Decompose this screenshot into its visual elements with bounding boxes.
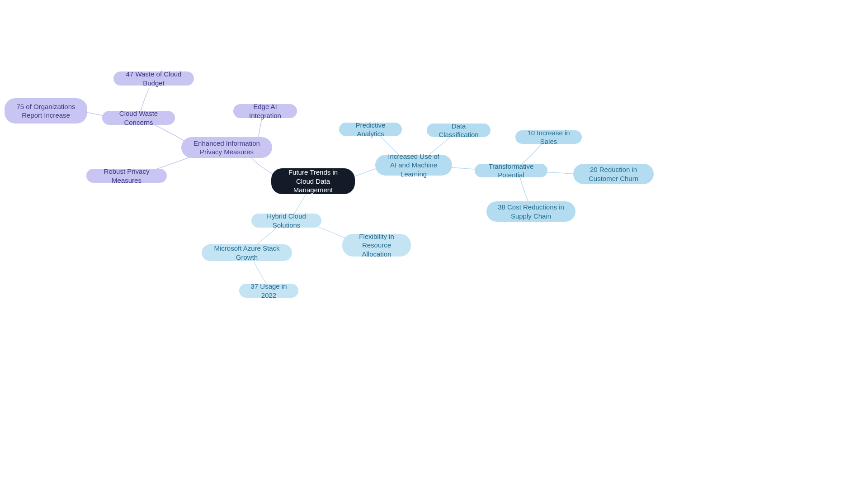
sales-label: 10 Increase in Sales (524, 128, 573, 146)
predictive-label: Predictive Analytics (348, 121, 393, 138)
privacy-node: Enhanced Information Privacy Measures (181, 137, 272, 158)
hybrid-node: Hybrid Cloud Solutions (251, 214, 321, 228)
supply-label: 38 Cost Reductions in Supply Chain (495, 203, 566, 220)
edge-ai-node: Edge AI Integration (233, 104, 297, 118)
budget-label: 47 Waste of Cloud Budget (123, 70, 185, 87)
flex-label: Flexibility in Resource Allocation (351, 232, 402, 259)
increase-label: 75 of Organizations Report Increase (14, 102, 78, 120)
root-label: Future Trends in Cloud Data Management (280, 168, 346, 195)
ai-node: Increased Use of AI and Machine Learning (375, 155, 452, 176)
sales-node: 10 Increase in Sales (515, 130, 582, 144)
waste-label: Cloud Waste Concerns (111, 109, 166, 127)
hybrid-label: Hybrid Cloud Solutions (260, 212, 312, 229)
root-node: Future Trends in Cloud Data Management (271, 168, 355, 194)
transformative-label: Transformative Potential (484, 162, 538, 180)
robust-label: Robust Privacy Measures (95, 167, 158, 185)
azure-node: Microsoft Azure Stack Growth (202, 244, 292, 261)
increase-node: 75 of Organizations Report Increase (5, 98, 87, 124)
classification-node: Data Classification (427, 124, 491, 137)
usage-node: 37 Usage in 2022 (239, 284, 298, 298)
predictive-node: Predictive Analytics (339, 123, 402, 136)
flex-node: Flexibility in Resource Allocation (342, 234, 411, 257)
classification-label: Data Classification (436, 122, 481, 139)
usage-label: 37 Usage in 2022 (248, 282, 289, 300)
waste-node: Cloud Waste Concerns (102, 111, 175, 125)
churn-node: 20 Reduction in Customer Churn (573, 164, 654, 184)
edge-ai-label: Edge AI Integration (242, 102, 288, 120)
ai-label: Increased Use of AI and Machine Learning (384, 152, 443, 179)
privacy-label: Enhanced Information Privacy Measures (190, 139, 263, 157)
transformative-node: Transformative Potential (475, 164, 547, 177)
azure-label: Microsoft Azure Stack Growth (211, 244, 283, 262)
supply-node: 38 Cost Reductions in Supply Chain (486, 201, 576, 222)
churn-label: 20 Reduction in Customer Churn (582, 165, 645, 183)
robust-node: Robust Privacy Measures (86, 169, 167, 183)
budget-node: 47 Waste of Cloud Budget (113, 71, 194, 86)
